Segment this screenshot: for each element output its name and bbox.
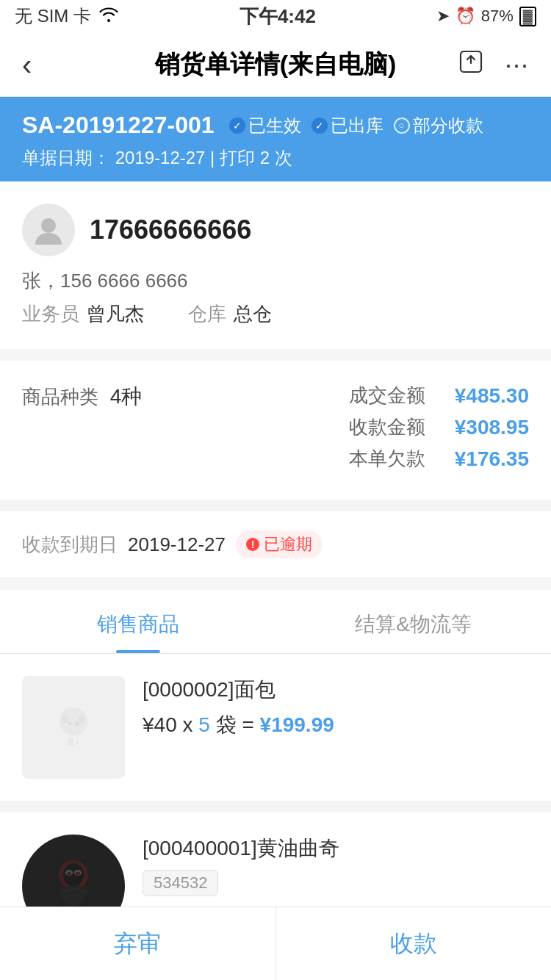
banner-badges: ✓ 已生效 ✓ 已出库 ○ 部分收款 xyxy=(229,114,483,137)
summary-amounts: 成交金额 ¥485.30 收款金额 ¥308.95 本单欠款 ¥176.35 xyxy=(349,383,529,478)
battery-icon: ▓ xyxy=(519,7,536,26)
page-title: 销货单详情(来自电脑) xyxy=(155,48,397,82)
summary-section: 商品种类 4种 成交金额 ¥485.30 收款金额 ¥308.95 本单欠款 ¥… xyxy=(0,361,551,500)
tab-settlement[interactable]: 结算&物流等 xyxy=(276,590,551,653)
deal-amount-row: 成交金额 ¥485.30 xyxy=(349,383,529,408)
overdue-text: 已逾期 xyxy=(264,533,312,555)
svg-point-1 xyxy=(41,218,56,233)
debt-amount: ¥176.35 xyxy=(455,447,529,471)
check-icon: ✓ xyxy=(229,118,245,134)
warehouse-value: 总仓 xyxy=(234,301,272,327)
svg-point-3 xyxy=(62,715,69,723)
product-info-1: [0000002]面包 ¥40 x 5 袋 = ¥199.99 xyxy=(143,676,529,739)
status-left: 无 SIM 卡 xyxy=(15,4,119,28)
status-time: 下午4:42 xyxy=(240,4,316,29)
header-banner: SA-20191227-001 ✓ 已生效 ✓ 已出库 ○ 部分收款 单据日期：… xyxy=(0,97,551,181)
warehouse-label: 仓库 xyxy=(188,301,226,327)
svg-point-13 xyxy=(76,872,80,876)
product-name-1: [0000002]面包 xyxy=(143,676,529,704)
customer-section: 17666666666 张，156 6666 6666 业务员 曾凡杰 仓库 总… xyxy=(0,181,551,349)
svg-point-4 xyxy=(78,715,85,723)
product-qty-1: 5 xyxy=(198,713,210,736)
svg-point-6 xyxy=(75,722,79,726)
overdue-icon: ! xyxy=(246,538,259,551)
svg-point-9 xyxy=(63,863,84,887)
due-label: 收款到期日 xyxy=(22,532,118,558)
share-icon[interactable] xyxy=(459,50,483,79)
more-icon[interactable]: ··· xyxy=(505,49,529,80)
customer-phone: 17666666666 xyxy=(90,215,251,245)
badge-partial: ○ 部分收款 xyxy=(394,114,483,137)
deal-amount: ¥485.30 xyxy=(455,384,529,408)
signal-text: 无 SIM 卡 xyxy=(15,4,91,28)
svg-point-12 xyxy=(67,872,71,876)
product-card-1: 量+ [0000002]面包 ¥40 x 5 袋 = ¥199.99 xyxy=(0,654,551,801)
customer-meta: 业务员 曾凡杰 仓库 总仓 xyxy=(22,301,529,327)
nav-bar: ‹ 销货单详情(来自电脑) ··· xyxy=(0,32,551,97)
nav-actions: ··· xyxy=(459,49,529,80)
back-button[interactable]: ‹ xyxy=(22,50,32,79)
order-id: SA-20191227-001 xyxy=(22,112,215,139)
sales-meta: 业务员 曾凡杰 xyxy=(22,301,144,327)
product-sku-2: 534532 xyxy=(143,870,218,896)
battery-text: 87% xyxy=(481,7,514,26)
wifi-icon xyxy=(98,6,119,26)
badge-shipped: ✓ 已出库 xyxy=(311,114,383,137)
customer-row: 17666666666 xyxy=(22,203,529,256)
alarm-icon: ⏰ xyxy=(455,7,475,26)
sales-label: 业务员 xyxy=(22,301,79,327)
customer-name: 张，156 6666 6666 xyxy=(22,268,529,294)
product-name-2: [000400001]黄油曲奇 xyxy=(143,835,529,862)
summary-category: 商品种类 4种 xyxy=(22,383,142,411)
svg-text:量+: 量+ xyxy=(67,738,80,746)
overdue-badge: ! 已逾期 xyxy=(236,530,323,558)
due-date: 2019-12-27 xyxy=(128,533,226,556)
collect-button[interactable]: 收款 xyxy=(276,907,552,980)
clock-icon: ○ xyxy=(394,118,410,134)
svg-point-5 xyxy=(68,722,72,726)
status-bar: 无 SIM 卡 下午4:42 ➤ ⏰ 87% ▓ xyxy=(0,0,551,32)
tab-products[interactable]: 销售商品 xyxy=(0,590,276,653)
collected-row: 收款金额 ¥308.95 xyxy=(349,414,529,440)
customer-avatar xyxy=(22,203,75,256)
banner-date-row: 单据日期： 2019-12-27 | 打印 2 次 xyxy=(22,146,529,170)
collected-amount: ¥308.95 xyxy=(455,416,529,439)
banner-row1: SA-20191227-001 ✓ 已生效 ✓ 已出库 ○ 部分收款 xyxy=(22,112,529,139)
warehouse-meta: 仓库 总仓 xyxy=(188,301,272,327)
product-price-1: ¥40 x 5 袋 = ¥199.99 xyxy=(143,711,529,739)
due-date-section: 收款到期日 2019-12-27 ! 已逾期 xyxy=(0,511,551,578)
debt-row: 本单欠款 ¥176.35 xyxy=(349,446,529,472)
bottom-bar: 弃审 收款 xyxy=(0,907,551,980)
check-icon-2: ✓ xyxy=(311,118,328,134)
status-right: ➤ ⏰ 87% ▓ xyxy=(436,7,536,26)
location-icon: ➤ xyxy=(436,7,450,26)
product-total-1: ¥199.99 xyxy=(260,713,334,736)
badge-effective: ✓ 已生效 xyxy=(229,114,301,137)
discard-button[interactable]: 弃审 xyxy=(0,907,276,980)
product-image-1: 量+ xyxy=(22,676,125,779)
tabs-section: 销售商品 结算&物流等 xyxy=(0,590,551,653)
sales-person: 曾凡杰 xyxy=(87,301,144,327)
